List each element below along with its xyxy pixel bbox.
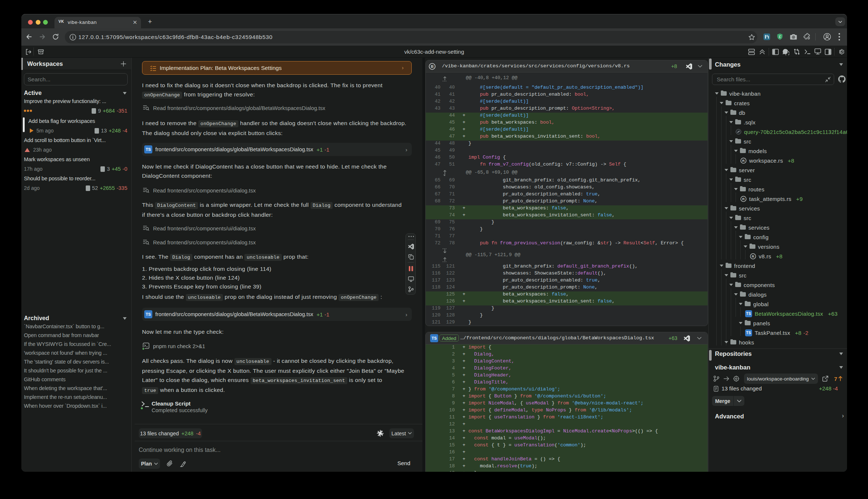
svg-text:R: R — [742, 159, 745, 163]
svg-text:R: R — [742, 197, 745, 201]
svg-text:R: R — [431, 64, 434, 69]
svg-text:£: £ — [779, 35, 781, 39]
svg-text:R: R — [752, 254, 754, 258]
